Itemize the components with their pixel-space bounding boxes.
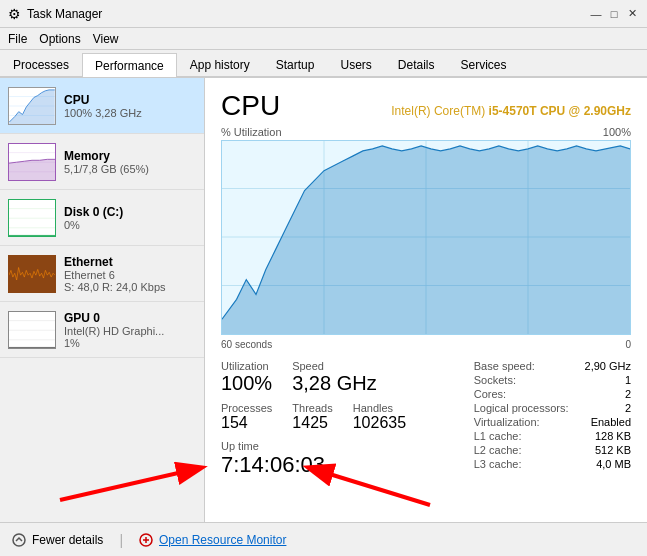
- l1-label: L1 cache:: [474, 430, 569, 442]
- cpu-panel-title: CPU: [221, 90, 280, 122]
- tab-processes[interactable]: Processes: [0, 52, 82, 76]
- specs-panel: Base speed: 2,90 GHz Sockets: 1 Cores: 2…: [474, 360, 631, 482]
- gpu-sidebar-detail2: 1%: [64, 337, 196, 349]
- tab-app-history[interactable]: App history: [177, 52, 263, 76]
- ethernet-sidebar-detail: Ethernet 6: [64, 269, 196, 281]
- tab-details[interactable]: Details: [385, 52, 448, 76]
- cpu-model-label: Intel(R) Core(TM) i5-4570T CPU @ 2.90GHz: [391, 104, 631, 118]
- ethernet-sidebar-detail2: S: 48,0 R: 24,0 Kbps: [64, 281, 196, 293]
- ethernet-thumbnail: [8, 255, 56, 293]
- disk-sidebar-name: Disk 0 (C:): [64, 205, 196, 219]
- tab-services[interactable]: Services: [448, 52, 520, 76]
- cores-label: Cores:: [474, 388, 569, 400]
- menu-bar: File Options View: [0, 28, 647, 50]
- spec-grid: Base speed: 2,90 GHz Sockets: 1 Cores: 2…: [474, 360, 631, 470]
- maximize-button[interactable]: □: [607, 7, 621, 21]
- sidebar-item-memory[interactable]: Memory 5,1/7,8 GB (65%): [0, 134, 204, 190]
- gpu-sidebar-detail: Intel(R) HD Graphi...: [64, 325, 196, 337]
- l2-value: 512 KB: [585, 444, 631, 456]
- tab-bar: Processes Performance App history Startu…: [0, 50, 647, 78]
- l2-label: L2 cache:: [474, 444, 569, 456]
- sidebar-item-gpu[interactable]: GPU 0 Intel(R) HD Graphi... 1%: [0, 302, 204, 358]
- processes-stat-label: Processes: [221, 402, 272, 414]
- gpu-sidebar-name: GPU 0: [64, 311, 196, 325]
- separator: |: [119, 532, 123, 548]
- svg-marker-9: [9, 159, 55, 180]
- handles-stat-value: 102635: [353, 414, 406, 432]
- ethernet-sidebar-name: Ethernet: [64, 255, 196, 269]
- cpu-sidebar-name: CPU: [64, 93, 196, 107]
- processes-stat-value: 154: [221, 414, 272, 432]
- bottom-bar: Fewer details | Open Resource Monitor: [0, 522, 647, 556]
- sidebar-item-ethernet[interactable]: Ethernet Ethernet 6 S: 48,0 R: 24,0 Kbps: [0, 246, 204, 302]
- menu-options[interactable]: Options: [39, 32, 80, 46]
- threads-stat-label: Threads: [292, 402, 332, 414]
- svg-point-27: [13, 534, 25, 546]
- cpu-graph: [221, 140, 631, 335]
- l3-value: 4,0 MB: [585, 458, 631, 470]
- memory-sidebar-detail: 5,1/7,8 GB (65%): [64, 163, 196, 175]
- minimize-button[interactable]: —: [589, 7, 603, 21]
- tab-performance[interactable]: Performance: [82, 53, 177, 77]
- window-controls: — □ ✕: [589, 7, 639, 21]
- graph-left-label: 60 seconds: [221, 339, 272, 350]
- menu-view[interactable]: View: [93, 32, 119, 46]
- title-bar: ⚙ Task Manager — □ ✕: [0, 0, 647, 28]
- graph-time-labels: 60 seconds 0: [221, 339, 631, 350]
- stat-threads: Threads 1425: [292, 402, 332, 432]
- monitor-icon: [139, 533, 153, 547]
- close-button[interactable]: ✕: [625, 7, 639, 21]
- util-max-label: 100%: [603, 126, 631, 138]
- app-icon: ⚙: [8, 6, 21, 22]
- disk-thumbnail: [8, 199, 56, 237]
- handles-stat-label: Handles: [353, 402, 406, 414]
- right-panel: CPU Intel(R) Core(TM) i5-4570T CPU @ 2.9…: [205, 78, 647, 522]
- base-speed-label: Base speed:: [474, 360, 569, 372]
- cpu-sidebar-detail: 100% 3,28 GHz: [64, 107, 196, 119]
- disk-sidebar-detail: 0%: [64, 219, 196, 231]
- process-thread-row: Processes 154 Threads 1425 Handles 10263…: [221, 402, 450, 432]
- speed-stat-value: 3,28 GHz: [292, 372, 376, 394]
- fewer-details-button[interactable]: Fewer details: [12, 533, 103, 547]
- stat-speed: Speed 3,28 GHz: [292, 360, 376, 394]
- tab-users[interactable]: Users: [327, 52, 384, 76]
- cpu-thumbnail: [8, 87, 56, 125]
- chevron-up-icon: [12, 533, 26, 547]
- sidebar-item-cpu[interactable]: CPU 100% 3,28 GHz: [0, 78, 204, 134]
- l3-label: L3 cache:: [474, 458, 569, 470]
- virt-label: Virtualization:: [474, 416, 569, 428]
- cpu-model-highlight: i5-4570T CPU @ 2.90GHz: [489, 104, 631, 118]
- tab-startup[interactable]: Startup: [263, 52, 328, 76]
- cpu-header: CPU Intel(R) Core(TM) i5-4570T CPU @ 2.9…: [221, 90, 631, 122]
- uptime-label: Up time: [221, 440, 450, 452]
- sockets-value: 1: [585, 374, 631, 386]
- main-content: CPU 100% 3,28 GHz Memory 5,1/7,8 GB (65%…: [0, 78, 647, 522]
- uptime-value: 7:14:06:03: [221, 452, 450, 478]
- bottom-stats: Utilization 100% Speed 3,28 GHz Processe…: [221, 360, 631, 482]
- virt-value: Enabled: [585, 416, 631, 428]
- util-label-text: % Utilization: [221, 126, 282, 138]
- memory-thumbnail: [8, 143, 56, 181]
- stat-utilization: Utilization 100%: [221, 360, 272, 394]
- util-speed-row: Utilization 100% Speed 3,28 GHz: [221, 360, 450, 394]
- ethernet-sidebar-info: Ethernet Ethernet 6 S: 48,0 R: 24,0 Kbps: [64, 255, 196, 293]
- cores-value: 2: [585, 388, 631, 400]
- threads-stat-value: 1425: [292, 414, 332, 432]
- stat-processes: Processes 154: [221, 402, 272, 432]
- menu-file[interactable]: File: [8, 32, 27, 46]
- uptime-section: Up time 7:14:06:03: [221, 440, 450, 478]
- stat-handles: Handles 102635: [353, 402, 406, 432]
- logical-label: Logical processors:: [474, 402, 569, 414]
- sidebar-item-disk[interactable]: Disk 0 (C:) 0%: [0, 190, 204, 246]
- speed-stat-label: Speed: [292, 360, 376, 372]
- gpu-sidebar-info: GPU 0 Intel(R) HD Graphi... 1%: [64, 311, 196, 349]
- cpu-sidebar-info: CPU 100% 3,28 GHz: [64, 93, 196, 119]
- graph-right-label: 0: [625, 339, 631, 350]
- utilization-stat-value: 100%: [221, 372, 272, 394]
- utilization-label-row: % Utilization 100%: [221, 126, 631, 138]
- stats-main: Utilization 100% Speed 3,28 GHz Processe…: [221, 360, 450, 482]
- open-resource-monitor-button[interactable]: Open Resource Monitor: [139, 533, 286, 547]
- l1-value: 128 KB: [585, 430, 631, 442]
- sidebar: CPU 100% 3,28 GHz Memory 5,1/7,8 GB (65%…: [0, 78, 205, 522]
- gpu-thumbnail: [8, 311, 56, 349]
